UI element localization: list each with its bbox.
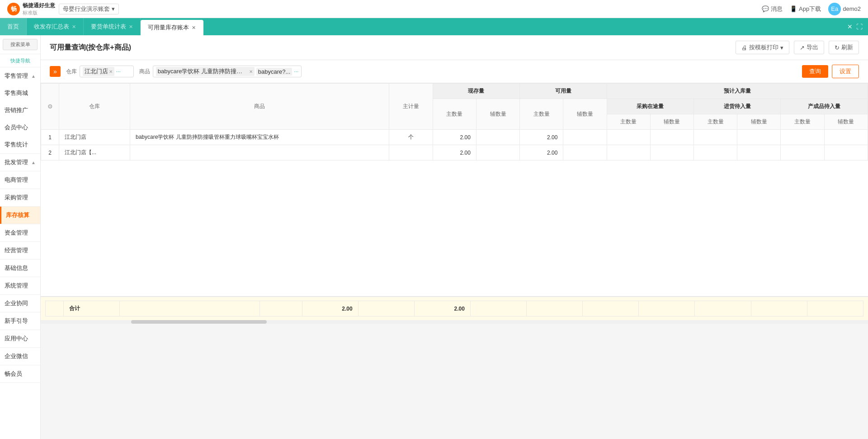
warehouse-more-icon[interactable]: ···: [116, 68, 121, 75]
export-button[interactable]: ↗ 导出: [794, 41, 824, 54]
tab-inventory-summary[interactable]: 收发存汇总表 ✕: [27, 18, 84, 35]
row2-purchase-main: [607, 145, 650, 160]
warehouse-col-header: 仓库: [59, 84, 130, 130]
top-bar-right: 💬 消息 📱 App下载 Ea demo2: [762, 3, 861, 15]
maximize-icon[interactable]: ⛶: [856, 23, 863, 30]
data-table: ⚙ 仓库 商品 主计量 现存量 可用量 预计入库量 主数量 辅数量 主数量 辅数…: [41, 83, 868, 160]
sidebar-item-marketing[interactable]: 营销推广: [0, 102, 40, 119]
summary-stock-aux: [358, 301, 414, 316]
table-row: 1 江北门店 babycare学饮杯 儿童防摔防撞吸管杯重力球吸嘴杯宝宝水杯 个…: [41, 130, 868, 145]
warehouse-label: 仓库: [66, 68, 77, 76]
sidebar-section-corp: 企业协同: [0, 295, 40, 312]
summary-empty1: [46, 301, 64, 316]
tab-order-stats[interactable]: 要货单统计表 ✕: [84, 18, 141, 35]
summary-empty3: [260, 301, 302, 316]
printer-icon: 🖨: [741, 44, 747, 51]
purchase-group-header: 采购在途量: [607, 99, 693, 114]
scrollbar-thumb[interactable]: [131, 320, 267, 324]
sidebar-item-system[interactable]: 系统管理: [0, 277, 40, 294]
summary-purchase-main: [527, 301, 583, 316]
summary-row: 合计 2.00 2.00: [46, 301, 863, 316]
product-more-icon[interactable]: ···: [294, 68, 298, 75]
summary-purchase-aux: [583, 301, 639, 316]
row2-index: 2: [41, 145, 59, 160]
purchase-main-header: 主数量: [607, 114, 650, 130]
row2-production-main: [781, 145, 824, 160]
close-icon[interactable]: ✕: [129, 24, 133, 30]
product-tag-1-close[interactable]: ✕: [249, 69, 253, 74]
sidebar-section-inventory: 库存核算: [0, 207, 40, 224]
sidebar-item-app-center[interactable]: 应用中心: [0, 330, 40, 347]
sidebar-item-chang-member[interactable]: 畅会员: [0, 365, 40, 382]
refresh-icon: ↻: [835, 44, 840, 51]
row2-warehouse: 江北门店【...: [59, 145, 130, 160]
chevron-down-icon: ▲: [31, 160, 36, 165]
query-button[interactable]: 查询: [802, 65, 828, 78]
summary-available-aux: [470, 301, 526, 316]
sidebar-search-area: 搜索菜单: [0, 35, 40, 54]
sidebar-item-retail-stats[interactable]: 零售统计: [0, 136, 40, 153]
sidebar-section-ecommerce: 电商管理: [0, 171, 40, 189]
incoming-aux-header: 辅数量: [737, 114, 781, 130]
row2-incoming-main: [694, 145, 737, 160]
messages-button[interactable]: 💬 消息: [762, 5, 783, 13]
refresh-button[interactable]: ↻ 刷新: [829, 41, 859, 54]
warehouse-filter: 仓库 江北门店 ✕ ···: [66, 66, 134, 77]
industry-selector[interactable]: 母婴行业演示账套 ▾: [59, 4, 119, 14]
row1-available-main: 2.00: [520, 130, 563, 145]
tab-available-stock[interactable]: 可用量库存账本 ✕: [141, 20, 203, 35]
row1-production-main: [781, 130, 824, 145]
sidebar-item-purchase[interactable]: 采购管理: [0, 189, 40, 206]
sidebar-item-newbie[interactable]: 新手引导: [0, 312, 40, 330]
filter-actions: 查询 设置: [802, 65, 859, 78]
warehouse-tags-input[interactable]: 江北门店 ✕ ···: [80, 66, 134, 77]
close-window-icon[interactable]: ✕: [847, 23, 853, 30]
logo-text: 畅捷通好生意: [23, 2, 55, 9]
summary-stock-main: 2.00: [302, 301, 358, 316]
row1-unit: 个: [389, 130, 433, 145]
product-tags-input[interactable]: babycare学饮杯 儿童防摔防撞吸管杯重力球吸嘴杯宝宝水杯 ✕ babyca…: [153, 66, 302, 77]
sidebar-item-wholesale-mgmt[interactable]: 批发管理 ▲: [0, 154, 40, 171]
warehouse-tag-close[interactable]: ✕: [109, 69, 113, 74]
sidebar-item-ecommerce[interactable]: 电商管理: [0, 171, 40, 189]
print-button[interactable]: 🖨 按模板打印 ▾: [736, 41, 789, 54]
sidebar-item-basic-info[interactable]: 基础信息: [0, 260, 40, 277]
sidebar-section-wholesale: 批发管理 ▲: [0, 154, 40, 171]
summary-table: 合计 2.00 2.00: [45, 301, 863, 316]
sidebar-section-apps: 应用中心: [0, 330, 40, 348]
user-profile[interactable]: Ea demo2: [828, 3, 861, 15]
production-main-header: 主数量: [781, 114, 824, 130]
sidebar-item-retail-mall[interactable]: 零售商城: [0, 85, 40, 102]
close-icon[interactable]: ✕: [72, 24, 76, 30]
sidebar-item-corp-collab[interactable]: 企业协同: [0, 295, 40, 312]
row1-incoming-main: [694, 130, 737, 145]
summary-production-aux: [807, 301, 863, 316]
message-icon: 💬: [762, 5, 769, 12]
filter-area: » 仓库 江北门店 ✕ ··· 商品 babycare学饮杯 儿童防摔防撞吸管杯…: [41, 60, 868, 83]
product-tag-2: babycare?...: [256, 68, 292, 76]
sidebar-item-members[interactable]: 会员中心: [0, 119, 40, 136]
sidebar-item-operations[interactable]: 经营管理: [0, 242, 40, 259]
sidebar-item-retail-mgmt[interactable]: 零售管理 ▲: [0, 67, 40, 85]
production-aux-header: 辅数量: [824, 114, 868, 130]
top-bar: 畅 畅捷通好生意 标准版 母婴行业演示账套 ▾ 💬 消息 📱 App下载 Ea …: [0, 0, 868, 18]
app-download-button[interactable]: 📱 App下载: [790, 5, 821, 13]
column-settings-icon[interactable]: ⚙: [47, 103, 53, 110]
page-header: 可用量查询(按仓库+商品) 🖨 按模板打印 ▾ ↗ 导出 ↻ 刷新: [41, 35, 868, 60]
filter-expand-button[interactable]: »: [50, 66, 61, 77]
quick-nav-link[interactable]: 快捷导航: [10, 58, 30, 63]
sidebar-section-retail: 零售管理 ▲ 零售商城 营销推广 会员中心 零售统计: [0, 67, 40, 154]
tab-home[interactable]: 首页: [0, 18, 27, 35]
close-icon[interactable]: ✕: [192, 25, 196, 31]
sidebar-item-enterprise-wechat[interactable]: 企业微信: [0, 348, 40, 365]
chevron-up-icon: ▲: [31, 74, 36, 79]
incoming-group-header: 进货待入量: [694, 99, 781, 114]
sidebar-item-inventory[interactable]: 库存核算: [0, 207, 40, 224]
search-menu-button[interactable]: 搜索菜单: [3, 39, 38, 50]
settings-button[interactable]: 设置: [832, 65, 859, 78]
horizontal-scrollbar[interactable]: [41, 320, 868, 324]
logo-icon: 畅: [7, 3, 20, 15]
sidebar-item-finance[interactable]: 资金管理: [0, 224, 40, 241]
row1-purchase-main: [607, 130, 650, 145]
product-filter: 商品 babycare学饮杯 儿童防摔防撞吸管杯重力球吸嘴杯宝宝水杯 ✕ bab…: [139, 66, 302, 77]
